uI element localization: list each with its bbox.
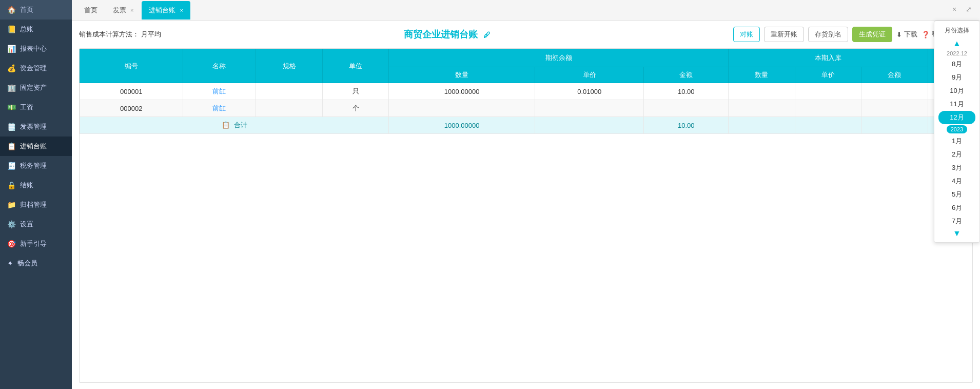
cell-opening-qty2 — [389, 100, 535, 117]
fixed-assets-icon: 🏢 — [7, 84, 16, 92]
sidebar-item-label: 报表中心 — [20, 44, 47, 53]
purchase-sales-icon: 📋 — [7, 142, 16, 150]
month-nav-down-button[interactable]: ▼ — [951, 229, 963, 238]
total-opening-qty: 1000.00000 — [389, 117, 535, 134]
cell-code: 000001 — [80, 83, 183, 100]
month-8[interactable]: 8月 — [934, 57, 979, 71]
tab-invoice-close[interactable]: × — [130, 7, 133, 13]
total-icon: 📋 — [222, 121, 230, 129]
cell-unit: 只 — [322, 83, 389, 100]
cell-opening-price2 — [535, 100, 644, 117]
cell-in-amount — [861, 83, 928, 100]
col-period-in: 本期入库 — [729, 49, 928, 67]
month-selector-panel: 月份选择 ▲ 2022.12 8月 9月 10月 11月 12月 2023 1月… — [934, 21, 980, 243]
cost-method-value: 月平均 — [141, 30, 161, 38]
sidebar-item-label: 畅会员 — [17, 259, 37, 268]
cell-opening-amount2 — [644, 100, 729, 117]
table-container: 编号 名称 规格 单位 期初余额 本期入库 数 数量 单价 金额 数量 单价 — [79, 48, 973, 383]
table-row: 000002 前缸 个 — [80, 100, 972, 117]
year-2022-label: 2022.12 — [934, 49, 979, 57]
sidebar-item-invoice-mgmt[interactable]: 🗒️ 发票管理 — [0, 117, 72, 137]
month-5[interactable]: 5月 — [934, 188, 979, 201]
sidebar-item-label: 固定资产 — [20, 83, 47, 92]
tab-home-label: 首页 — [84, 6, 97, 15]
page-title: 商贸企业进销台账 🖊 — [161, 28, 733, 41]
tab-invoice[interactable]: 发票 × — [106, 1, 141, 20]
sidebar-item-home[interactable]: 🏠 首页 — [0, 0, 72, 20]
close-window-button[interactable]: × — [949, 4, 959, 14]
edit-title-icon[interactable]: 🖊 — [483, 31, 491, 39]
sidebar-item-member[interactable]: ✦ 畅会员 — [0, 254, 72, 273]
month-10[interactable]: 10月 — [934, 84, 979, 98]
month-nav-up: ▲ — [934, 38, 979, 49]
month-4[interactable]: 4月 — [934, 174, 979, 188]
sidebar-item-close[interactable]: 🔒 结账 — [0, 176, 72, 195]
sidebar-item-label: 首页 — [20, 5, 33, 14]
month-11[interactable]: 11月 — [934, 98, 979, 111]
month-1[interactable]: 1月 — [934, 134, 979, 148]
col-unit: 单位 — [322, 49, 389, 83]
maximize-window-button[interactable]: ⤢ — [964, 4, 974, 14]
month-nav-up-button[interactable]: ▲ — [951, 39, 963, 48]
cell-code: 000002 — [80, 100, 183, 117]
reconcile-button[interactable]: 对账 — [733, 27, 760, 42]
sidebar-item-funds[interactable]: 💰 资金管理 — [0, 59, 72, 78]
row2-name-link[interactable]: 前缸 — [212, 104, 226, 112]
sidebar-item-reports[interactable]: 📊 报表中心 — [0, 39, 72, 59]
sidebar-item-purchase-sales[interactable]: 📋 进销台账 — [0, 137, 72, 156]
sidebar-item-label: 新手引导 — [20, 239, 47, 248]
col-in-qty: 数量 — [729, 67, 795, 83]
member-icon: ✦ — [7, 259, 13, 267]
cell-in-qty2 — [729, 100, 795, 117]
month-7[interactable]: 7月 — [934, 215, 979, 228]
download-button[interactable]: ⬇ 下载 — [896, 30, 917, 39]
cell-in-price — [795, 83, 861, 100]
col-opening-amount: 金额 — [644, 67, 729, 83]
month-nav-down: ▼ — [934, 228, 979, 239]
col-opening-balance: 期初余额 — [389, 49, 729, 67]
tab-home[interactable]: 首页 — [77, 1, 105, 20]
tab-bar: 首页 发票 × 进销台账 × — [72, 0, 980, 21]
sidebar-item-guide[interactable]: 🎯 新手引导 — [0, 234, 72, 254]
month-12[interactable]: 12月 — [938, 111, 975, 124]
sidebar-item-tax-mgmt[interactable]: 🧾 税务管理 — [0, 156, 72, 176]
sidebar-item-salary[interactable]: 💵 工资 — [0, 98, 72, 117]
sidebar-item-label: 进销台账 — [20, 142, 47, 151]
total-label: 📋 合计 — [80, 117, 389, 134]
cell-unit: 个 — [322, 100, 389, 117]
window-controls: × ⤢ — [949, 4, 974, 14]
tab-purchase-sales[interactable]: 进销台账 × — [142, 1, 190, 20]
generate-voucher-button[interactable]: 生成凭证 — [852, 27, 892, 42]
tax-mgmt-icon: 🧾 — [7, 162, 16, 170]
cell-opening-qty: 1000.00000 — [389, 83, 535, 100]
cell-spec — [256, 83, 323, 100]
row1-name-link[interactable]: 前缸 — [212, 87, 226, 95]
total-in-qty — [729, 117, 795, 134]
help-icon: ❓ — [922, 31, 930, 38]
total-opening-amount: 10.00 — [644, 117, 729, 134]
total-opening-price — [535, 117, 644, 134]
table-row: 000001 前缸 只 1000.00000 0.01000 10.00 — [80, 83, 972, 100]
archive-icon: 📁 — [7, 201, 16, 209]
month-2[interactable]: 2月 — [934, 148, 979, 161]
sidebar-item-archive[interactable]: 📁 归档管理 — [0, 195, 72, 215]
month-9[interactable]: 9月 — [934, 71, 979, 84]
tab-purchase-sales-close[interactable]: × — [180, 7, 183, 13]
total-row: 📋 合计 1000.00000 10.00 — [80, 117, 972, 134]
month-6[interactable]: 6月 — [934, 201, 979, 215]
col-opening-price: 单价 — [535, 67, 644, 83]
col-opening-qty: 数量 — [389, 67, 535, 83]
save-alias-button[interactable]: 存货别名 — [808, 27, 848, 42]
sidebar-item-ledger[interactable]: 📒 总账 — [0, 20, 72, 39]
sidebar-item-fixed-assets[interactable]: 🏢 固定资产 — [0, 78, 72, 98]
col-in-price: 单价 — [795, 67, 861, 83]
sidebar-item-label: 税务管理 — [20, 161, 47, 170]
salary-icon: 💵 — [7, 103, 16, 111]
cost-method-label: 销售成本计算方法： — [79, 30, 139, 38]
sidebar-item-settings[interactable]: ⚙️ 设置 — [0, 215, 72, 234]
col-code: 编号 — [80, 49, 183, 83]
month-3[interactable]: 3月 — [934, 161, 979, 174]
sidebar-item-label: 资金管理 — [20, 64, 47, 73]
reports-icon: 📊 — [7, 45, 16, 53]
reopen-button[interactable]: 重新开账 — [764, 27, 804, 42]
